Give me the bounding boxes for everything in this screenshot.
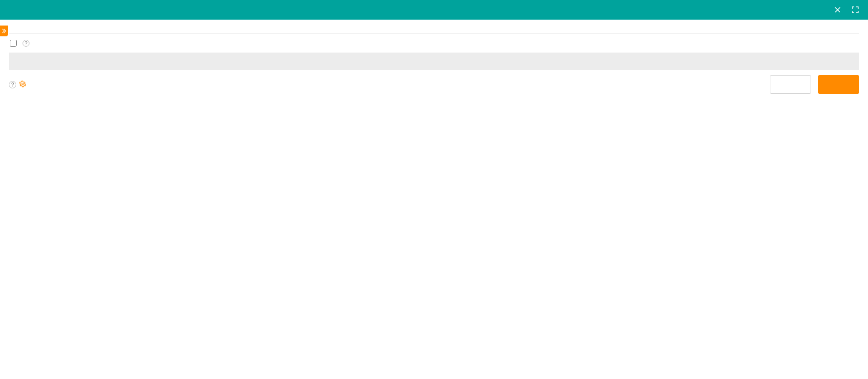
fullscreen-icon[interactable] — [846, 0, 864, 20]
expand-handle-icon[interactable] — [0, 26, 8, 36]
help-icon[interactable]: ? — [9, 81, 16, 88]
manage-custom-fields-link[interactable]: ? — [9, 81, 29, 89]
help-icon[interactable]: ? — [23, 40, 29, 47]
close-all-icon[interactable] — [829, 0, 846, 20]
save-button[interactable] — [818, 75, 859, 94]
columns-table — [9, 53, 859, 70]
topbar-right — [829, 0, 868, 20]
context-label — [0, 26, 868, 30]
gear-icon — [19, 81, 26, 89]
show-summary-checkbox[interactable] — [10, 40, 17, 47]
cancel-button[interactable] — [770, 75, 811, 94]
top-tabs — [0, 0, 868, 20]
svg-point-0 — [22, 83, 24, 85]
table-header — [9, 53, 859, 70]
